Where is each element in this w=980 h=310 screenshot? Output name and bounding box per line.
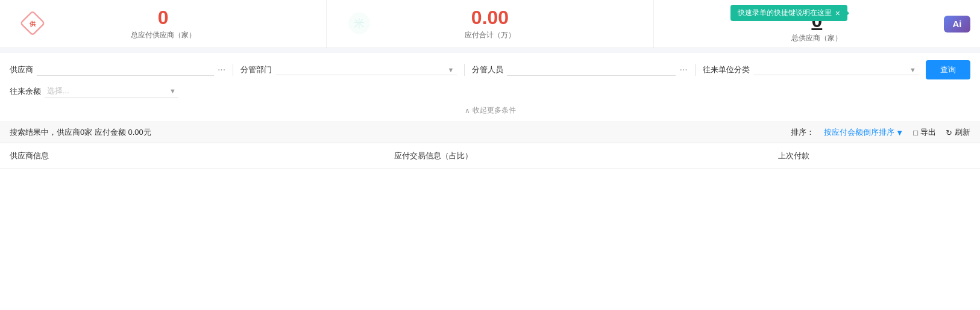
filter-row-2: 往来余额 选择... ▼ bbox=[10, 84, 970, 98]
sort-dropdown[interactable]: 按应付会额倒序排序 ▼ bbox=[824, 127, 903, 138]
shortcut-tooltip: 快速录单的快捷键说明在这里 × bbox=[730, 5, 847, 21]
balance-dropdown[interactable]: 选择... ▼ bbox=[45, 84, 178, 98]
svg-text:米: 米 bbox=[354, 17, 365, 29]
unit-category-dropdown[interactable]: ▼ bbox=[753, 65, 919, 75]
supplier-filter: 供应商 ··· bbox=[10, 64, 225, 76]
balance-label: 往来余额 bbox=[10, 86, 41, 97]
collapse-button[interactable]: ∧ 收起更多条件 bbox=[465, 105, 516, 116]
person-input[interactable] bbox=[507, 64, 676, 76]
supplier-dots-button[interactable]: ··· bbox=[218, 64, 225, 75]
payable-total-label: 应付合计（万） bbox=[465, 30, 515, 40]
supplier-input[interactable] bbox=[37, 64, 214, 76]
th-supplier-info: 供应商信息 bbox=[10, 150, 394, 161]
sort-value-text: 按应付会额倒序排序 bbox=[824, 127, 894, 138]
svg-text:供: 供 bbox=[29, 20, 36, 26]
results-info: 搜索结果中，供应商0家 应付金额 0.00元 bbox=[10, 127, 151, 138]
total-payable-suppliers-label: 总应付供应商（家） bbox=[131, 30, 196, 40]
stat-total-payable-suppliers: 供 0 总应付供应商（家） bbox=[0, 0, 327, 48]
collapse-label: 收起更多条件 bbox=[473, 105, 516, 116]
total-payable-suppliers-number: 0 bbox=[158, 7, 169, 28]
refresh-icon: ↻ bbox=[946, 128, 952, 137]
stat-total-suppliers: 快速录单的快捷键说明在这里 × 0 总供应商（家） Ai bbox=[654, 0, 980, 48]
table-body bbox=[0, 169, 980, 310]
export-icon: □ bbox=[913, 128, 918, 137]
department-filter: 分管部门 ▼ bbox=[240, 64, 456, 75]
unit-category-filter: 往来单位分类 ▼ bbox=[703, 64, 919, 75]
department-chevron-icon: ▼ bbox=[448, 66, 454, 73]
diamond-icon: 供 bbox=[18, 8, 47, 39]
stat-payable-total: 米 0.00 应付合计（万） bbox=[327, 0, 653, 48]
person-filter: 分管人员 ··· bbox=[472, 64, 688, 76]
export-label: 导出 bbox=[920, 127, 936, 138]
tooltip-close-button[interactable]: × bbox=[835, 9, 840, 17]
department-label: 分管部门 bbox=[240, 64, 272, 75]
unit-category-label: 往来单位分类 bbox=[703, 64, 750, 75]
refresh-button[interactable]: ↻ 刷新 bbox=[946, 127, 970, 138]
results-actions: 排序： 按应付会额倒序排序 ▼ □ 导出 ↻ 刷新 bbox=[791, 127, 970, 138]
balance-placeholder: 选择... bbox=[47, 85, 169, 96]
collapse-up-icon: ∧ bbox=[465, 107, 470, 115]
supplier-label: 供应商 bbox=[10, 64, 33, 75]
pig-icon: 米 bbox=[345, 8, 374, 39]
payable-total-number: 0.00 bbox=[471, 7, 509, 28]
search-button[interactable]: 查询 bbox=[926, 60, 970, 79]
filter-row-1: 供应商 ··· 分管部门 ▼ 分管人员 ··· 往来单位分类 ▼ bbox=[10, 60, 970, 79]
department-dropdown[interactable]: ▼ bbox=[275, 65, 456, 75]
results-bar: 搜索结果中，供应商0家 应付金额 0.00元 排序： 按应付会额倒序排序 ▼ □… bbox=[0, 122, 980, 143]
filter-bar: 供应商 ··· 分管部门 ▼ 分管人员 ··· 往来单位分类 ▼ bbox=[0, 53, 980, 122]
th-last-payment: 上次付款 bbox=[778, 150, 970, 161]
balance-chevron-icon: ▼ bbox=[169, 87, 176, 95]
export-button[interactable]: □ 导出 bbox=[913, 127, 936, 138]
divider-1 bbox=[233, 64, 233, 76]
refresh-label: 刷新 bbox=[955, 127, 970, 138]
collapse-row: ∧ 收起更多条件 bbox=[10, 103, 970, 117]
unit-category-chevron-icon: ▼ bbox=[909, 66, 916, 73]
divider-3 bbox=[695, 64, 696, 76]
divider-2 bbox=[464, 64, 465, 76]
th-payable-transaction: 应付交易信息（占比） bbox=[394, 150, 779, 161]
tooltip-text: 快速录单的快捷键说明在这里 bbox=[738, 8, 832, 18]
sort-chevron-icon: ▼ bbox=[896, 128, 903, 137]
table-header: 供应商信息 应付交易信息（占比） 上次付款 bbox=[0, 143, 980, 169]
person-dots-button[interactable]: ··· bbox=[679, 64, 687, 75]
total-suppliers-label: 总供应商（家） bbox=[791, 33, 842, 43]
person-label: 分管人员 bbox=[472, 64, 503, 75]
sort-label: 排序： bbox=[791, 127, 814, 138]
balance-filter: 往来余额 选择... ▼ bbox=[10, 84, 178, 98]
ai-badge[interactable]: Ai bbox=[944, 16, 970, 33]
